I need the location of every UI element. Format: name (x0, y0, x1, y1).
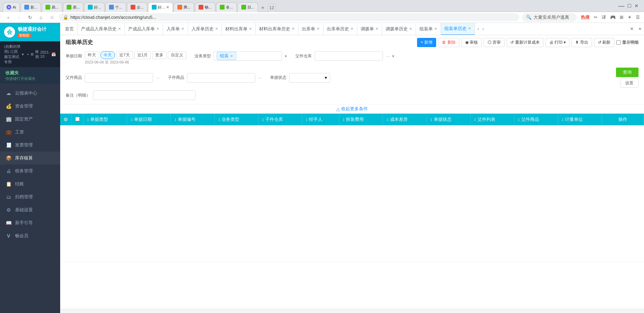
remark-input[interactable] (93, 90, 196, 100)
col-disassemble-cost-header[interactable]: ↕ 拆装费用 (339, 114, 383, 125)
browser-tab-8[interactable]: 腾... (174, 2, 194, 12)
collapse-row[interactable]: △ 收起更多条件 (60, 104, 644, 113)
menu-icon[interactable]: ☰ (636, 15, 640, 20)
close-tab-transfer-history[interactable]: ✕ (409, 27, 412, 31)
sidebar-item-guide[interactable]: 📖 新手引导 (0, 216, 60, 229)
sidebar-item-archive[interactable]: 🗂 归档管理 (0, 190, 60, 203)
page-tab-material-out-history[interactable]: 材料出库单历史 ✕ (256, 23, 298, 35)
company-selector[interactable]: (勿删勿禁用) 江西服宝测试专用 ▾ + ⚙ 账期 2021-10 📅 (0, 41, 60, 67)
parent-warehouse-dropdown[interactable]: ▾ (392, 54, 394, 59)
sidebar-item-tax[interactable]: 🖨 税务管理 (0, 165, 60, 177)
col-parent-goods-header[interactable]: ↕ 父件商品 (514, 114, 558, 125)
col-bill-type-header[interactable]: ↕ 单据类型 (83, 114, 127, 125)
tab-close-all[interactable]: ✕ (628, 26, 636, 31)
page-tab-in-history[interactable]: 入库单历史 ✕ (188, 23, 222, 35)
new-top-btn[interactable]: + 新增 (417, 38, 436, 47)
date-yesterday-btn[interactable]: 昨天 (85, 51, 99, 59)
browser-tab-4[interactable]: 好... (84, 2, 105, 12)
abandon-top-btn[interactable]: ◎ 弃审 (484, 38, 505, 47)
query-btn[interactable]: 查询 (616, 68, 639, 77)
business-type-input-area[interactable]: 组装 ✕ (214, 51, 282, 61)
select-all-checkbox[interactable] (75, 117, 80, 121)
settings-query-btn[interactable]: 设置 (620, 79, 639, 88)
close-tab-finish-in[interactable]: ✕ (156, 27, 159, 31)
close-tab-out-history[interactable]: ✕ (350, 27, 353, 31)
sidebar-item-finance[interactable]: 💰 资金管理 (0, 100, 60, 113)
browser-tab-9[interactable]: 畅... (195, 2, 215, 12)
close-tab-assembly[interactable]: ✕ (434, 27, 437, 31)
child-goods-input[interactable] (187, 73, 255, 83)
col-handler-header[interactable]: ↕ 经手人 (302, 114, 339, 125)
browser-tab-11[interactable]: 目... (238, 2, 258, 12)
page-tab-finish-in-history[interactable]: 产成品入库单历史 ✕ (78, 23, 125, 35)
col-child-warehouse-header[interactable]: ↕ 子件仓库 (258, 114, 302, 125)
sidebar-item-member[interactable]: V 畅会员 (0, 229, 60, 242)
close-tab-in-bill[interactable]: ✕ (181, 27, 184, 31)
sidebar-item-inventory[interactable]: 📦 库存核算 (0, 152, 60, 165)
url-bar[interactable]: 🔒 https://cloud.chanjet.com/accounting/u… (59, 13, 519, 21)
star-btn[interactable]: ☆ (48, 13, 56, 22)
col-bill-date-header[interactable]: ↕ 单据日期 (127, 114, 171, 125)
browser-search[interactable]: 🔍 大量安卓用户逃离 (522, 13, 577, 22)
col-parent-list-header[interactable]: ↕ 父件列表 (470, 114, 514, 125)
page-tab-out-bill[interactable]: 出库单 ✕ (298, 23, 323, 35)
page-tab-material-out[interactable]: 材料出库单 ✕ (222, 23, 256, 35)
forward-btn[interactable]: › (15, 13, 23, 22)
tab-menu[interactable]: ≡ (637, 26, 643, 31)
sidebar-item-cloud-reports[interactable]: ☁ 云报表中心 (0, 87, 60, 100)
sidebar-item-fixed-assets[interactable]: 🏢 固定资产 (0, 113, 60, 126)
date-more-btn[interactable]: 更多 (152, 51, 166, 59)
parent-goods-input[interactable] (85, 73, 153, 83)
delete-top-btn[interactable]: 🗑 删除 (438, 38, 459, 47)
horizontal-scrollbar[interactable] (60, 309, 644, 313)
maximize-btn[interactable]: ☐ (627, 3, 632, 9)
browser-tab-7[interactable]: 好... ✕ (148, 2, 173, 12)
col-checkbox-header[interactable] (72, 114, 83, 125)
parent-goods-more[interactable]: ··· (156, 75, 160, 80)
refresh-top-btn[interactable]: ↺ 刷新 (594, 38, 614, 47)
company-settings-icon[interactable]: ⚙ (30, 52, 34, 57)
close-tab-material-out[interactable]: ✕ (249, 27, 252, 31)
show-detail-label-top[interactable]: 显示明细 (616, 40, 639, 45)
parent-warehouse-input[interactable] (314, 51, 383, 61)
new-tab-btn[interactable]: + (259, 4, 267, 12)
refresh-btn[interactable]: ↻ (26, 13, 34, 22)
back-btn[interactable]: ‹ (4, 13, 12, 22)
sidebar-item-closing[interactable]: 📋 结账 (0, 177, 60, 190)
print-top-btn[interactable]: 🖨 打印 ▾ (546, 38, 570, 47)
browser-tab-3[interactable]: 易... (63, 2, 83, 12)
sidebar-item-invoice[interactable]: 🧾 发票管理 (0, 139, 60, 152)
close-tab-out-bill[interactable]: ✕ (317, 27, 320, 31)
minimize-btn[interactable]: — (618, 2, 625, 10)
close-tab-finish-in-history[interactable]: ✕ (118, 27, 121, 31)
close-tab-in-history[interactable]: ✕ (215, 27, 218, 31)
close-tab-transfer[interactable]: ✕ (375, 27, 378, 31)
col-unit-header[interactable]: ↕ 计量单位 (558, 114, 602, 125)
recalculate-top-btn[interactable]: ↺ 重新计算成本 (507, 38, 543, 47)
close-btn[interactable]: ✕ (634, 3, 639, 9)
browser-tab-2[interactable]: 易... (42, 2, 62, 12)
browser-tab-5[interactable]: 个... (105, 2, 126, 12)
home-btn[interactable]: ⌂ (37, 13, 45, 22)
browser-tab-6[interactable]: 企... (127, 2, 147, 12)
page-tab-in-bill[interactable]: 入库单 ✕ (163, 23, 188, 35)
sidebar-item-settings[interactable]: ⚙ 基础设置 (0, 203, 60, 216)
page-tab-transfer[interactable]: 调拨单 ✕ (357, 23, 382, 35)
date-1month-btn[interactable]: 近1月 (134, 51, 151, 59)
browser-tab-0[interactable]: A Ai (3, 2, 20, 12)
add-company-icon[interactable]: + (27, 52, 29, 56)
page-tab-assembly-history[interactable]: 组装单历史 ✕ (441, 23, 475, 35)
business-type-tag-close[interactable]: ✕ (230, 54, 233, 58)
calendar-icon[interactable]: 📅 (51, 52, 56, 57)
tab-left-arrow[interactable]: ‹ (476, 26, 480, 31)
col-settings-header[interactable]: ⚙ (60, 114, 72, 125)
audit-top-btn[interactable]: ◉ 审核 (461, 38, 482, 47)
date-7days-btn[interactable]: 近7天 (116, 51, 133, 59)
date-custom-btn[interactable]: 自定义 (168, 51, 186, 59)
parent-warehouse-more[interactable]: ··· (386, 54, 389, 59)
bill-status-select[interactable]: ▾ (289, 73, 330, 83)
close-tab-material-out-history[interactable]: ✕ (292, 27, 295, 31)
page-tab-home[interactable]: 首页 (62, 23, 78, 35)
show-detail-check-top[interactable] (616, 40, 621, 45)
page-tab-transfer-history[interactable]: 调拨单历史 ✕ (382, 23, 416, 35)
